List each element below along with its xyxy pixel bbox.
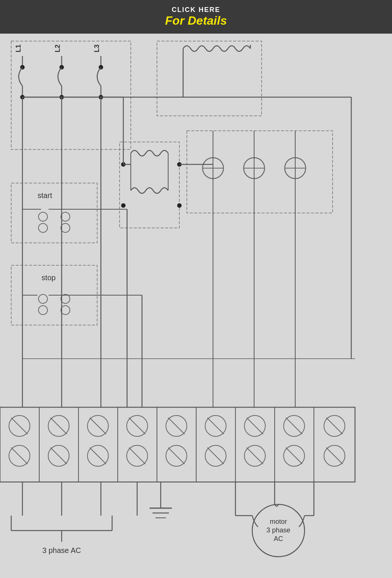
svg-text:L1: L1 (15, 44, 22, 52)
svg-text:stop: stop (41, 273, 56, 282)
click-here-text: CLICK HERE (172, 6, 220, 14)
svg-text:motor: motor (270, 518, 287, 525)
diagram-area: L1 L2 L3 (0, 34, 392, 578)
svg-text:AC: AC (274, 535, 283, 543)
header-banner[interactable]: CLICK HERE For Details (0, 0, 392, 34)
for-details-text: For Details (165, 14, 227, 28)
svg-rect-0 (0, 34, 392, 578)
svg-text:L3: L3 (93, 44, 101, 52)
svg-text:3 phase: 3 phase (266, 526, 290, 534)
svg-point-36 (177, 203, 182, 208)
svg-text:L2: L2 (54, 44, 61, 52)
svg-point-35 (121, 203, 126, 208)
svg-text:3 phase AC: 3 phase AC (42, 546, 81, 554)
svg-text:start: start (38, 191, 52, 200)
